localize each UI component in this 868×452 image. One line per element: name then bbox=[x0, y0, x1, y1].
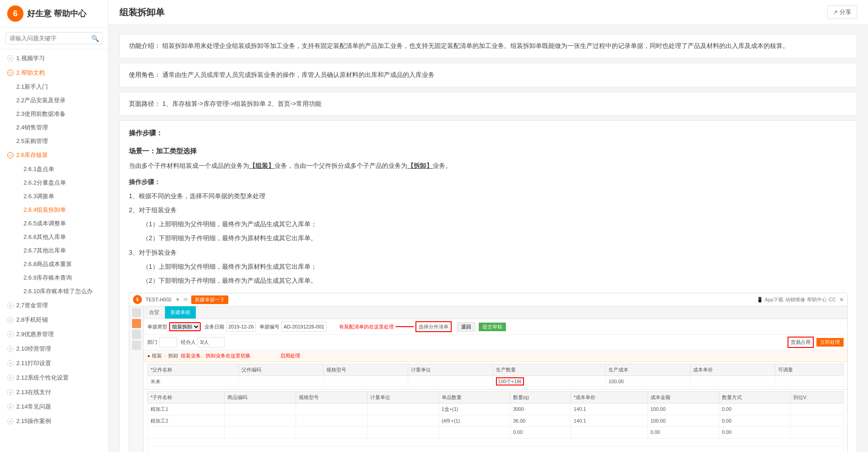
search-icon[interactable]: 🔍 bbox=[91, 35, 99, 42]
func-intro-label: 功能介绍： bbox=[129, 42, 160, 49]
sidebar-item-2[interactable]: − 2.帮助文档 bbox=[0, 66, 108, 80]
ss-close-icon[interactable]: ✕ bbox=[840, 295, 844, 304]
ss-col-b-spec: 规格型号 bbox=[296, 392, 367, 404]
sidebar-item-2-6-1[interactable]: 2.6.1盘点单 bbox=[0, 162, 108, 176]
logo-icon: 6 bbox=[7, 5, 24, 22]
sidebar-item-1-label: 1.视频学习 bbox=[16, 54, 45, 62]
path-text: 1、库存核算->库存管理->组装拆卸单 2、首页->常用功能 bbox=[162, 100, 321, 107]
ss-annotation1-area: 有装配清单的在这里处理 选择分件清单 bbox=[339, 321, 452, 333]
sidebar-item-2-3[interactable]: 2.3使用前数据准备 bbox=[0, 107, 108, 121]
ss-table-top-body: 米来 100个+1杯 100.00 bbox=[148, 376, 844, 387]
main-content: 组装拆卸单 ↗ 分享 功能介绍： 组装拆卸单用来处理企业组装或拆卸等加工业务，支… bbox=[108, 0, 868, 452]
ss-topbar: 6 TEST-H002 ▼ ⟳ 新建单据一下 📱 App下载 动销维修 帮助中心… bbox=[129, 293, 847, 306]
ss-col-unit-cost: 成本单价 bbox=[690, 364, 775, 376]
ss-cell-adj-qty bbox=[775, 376, 843, 387]
func-intro-block: 功能介绍： 组装拆卸单用来处理企业组装或拆卸等加工业务，支持有固定装配清单的产品… bbox=[119, 34, 857, 58]
ss-table-top: *父件名称 父件编码 规格型号 计量单位 生产数量 生产成本 成本单价 bbox=[147, 364, 844, 387]
step3: 3、对于拆装业务 bbox=[129, 247, 848, 258]
ss-sidebar bbox=[129, 306, 144, 452]
table-row: 米来 100个+1杯 100.00 bbox=[148, 376, 844, 387]
scene1-desc: 当由多个子件材料组装成一个成品的业务为【组装】业务，当由一个父件拆分成多个子产品… bbox=[129, 160, 848, 171]
sidebar-item-2-4[interactable]: 2.4销售管理 bbox=[0, 121, 108, 134]
sidebar-item-2-15[interactable]: + 2.15操作案例 bbox=[0, 414, 108, 428]
ss-arrow1 bbox=[396, 326, 414, 327]
fake-screenshot: 6 TEST-H002 ▼ ⟳ 新建单据一下 📱 App下载 动销维修 帮助中心… bbox=[129, 293, 847, 452]
ss-process-btn[interactable]: 立即处理 bbox=[816, 338, 844, 347]
step1: 1、根据不同的业务，选择不同单据的类型来处理 bbox=[129, 190, 848, 202]
ss-table-bottom: *子件名称 商品编码 规格型号 计量单位 单品数量 数量(q) *成本单价 bbox=[147, 391, 844, 452]
ss-annotation2-text: 组装业务、拆卸业务在这里切换 bbox=[181, 352, 250, 360]
sidebar-item-2-6-9[interactable]: 2.6.9库存账本查询 bbox=[0, 271, 108, 285]
sidebar-item-2-6-8[interactable]: 2.6.8商品成本重算 bbox=[0, 257, 108, 271]
sidebar-item-2-12[interactable]: + 2.12系统个性化设置 bbox=[0, 371, 108, 385]
sidebar-item-2-6-label: 2.6库存核算 bbox=[16, 151, 48, 159]
sidebar-item-2-5[interactable]: 2.5采购管理 bbox=[0, 134, 108, 148]
sidebar-item-2-7[interactable]: + 2.7资金管理 bbox=[0, 298, 108, 313]
ss-logo-icon: 6 bbox=[133, 295, 142, 304]
scene1-title: 场景一：加工类型选择 bbox=[129, 145, 848, 157]
ss-content-area: 自贸 新建单据 单据类型 组装拆卸 bbox=[129, 306, 847, 452]
ss-sidebar-icon-2 bbox=[132, 319, 141, 328]
ss-annotation3-text: 启用处理 bbox=[280, 352, 300, 360]
search-input[interactable] bbox=[5, 32, 103, 44]
minus-icon-2: − bbox=[7, 70, 14, 76]
sidebar-item-2-8[interactable]: + 2.8手机旺铺 bbox=[0, 313, 108, 327]
logo-area: 6 好生意 帮助中心 bbox=[0, 0, 108, 28]
ss-cc-label: CC bbox=[829, 295, 836, 304]
ss-tab-zizhi[interactable]: 自贸 bbox=[144, 306, 165, 319]
plus-icon-15: + bbox=[7, 418, 14, 424]
sidebar-item-2-14[interactable]: + 2.14常见问题 bbox=[0, 400, 108, 414]
ss-select-icon: ▼ bbox=[175, 295, 180, 304]
sidebar-item-2-9[interactable]: + 2.9优惠券管理 bbox=[0, 327, 108, 342]
ss-table-bottom-area: *子件名称 商品编码 规格型号 计量单位 单品数量 数量(q) *成本单价 bbox=[144, 390, 847, 452]
sidebar-item-2-1[interactable]: 2.1新手入门 bbox=[0, 80, 108, 94]
ss-cell-unit-cost bbox=[690, 376, 775, 387]
ss-num-field: 单据编号 AD-20191226-001 bbox=[259, 322, 326, 332]
ss-type-select[interactable]: 组装拆卸 bbox=[169, 322, 201, 331]
ss-sidebar-icon-3 bbox=[132, 330, 141, 339]
table-row bbox=[148, 446, 844, 452]
ss-table-top-area: *父件名称 父件编码 规格型号 计量单位 生产数量 生产成本 成本单价 bbox=[144, 362, 847, 390]
sidebar-item-2-6-6[interactable]: 2.6.6其他入库单 bbox=[0, 230, 108, 244]
ss-person-label: 经办人 bbox=[181, 338, 196, 347]
sidebar-item-2-10[interactable]: + 2.10经营管理 bbox=[0, 342, 108, 356]
sidebar-item-2-6-5[interactable]: 2.6.5成本调整单 bbox=[0, 217, 108, 230]
ss-num-value: AD-20191226-001 bbox=[281, 322, 326, 332]
ss-tab-new[interactable]: 新建单据 bbox=[165, 306, 196, 319]
ss-submit-btn[interactable]: 提交审核 bbox=[479, 323, 506, 331]
sidebar-item-2-6-10[interactable]: 2.6.10库存账本错了怎么办 bbox=[0, 285, 108, 298]
table-row bbox=[148, 438, 844, 446]
ops-steps-subtitle: 操作步骤： bbox=[129, 176, 848, 188]
ss-cell-unit bbox=[408, 376, 493, 387]
ss-col-unit: 计量单位 bbox=[408, 364, 493, 376]
logo-text: 好生意 帮助中心 bbox=[27, 8, 86, 19]
sidebar-item-2-6-7[interactable]: 2.6.7其他出库单 bbox=[0, 244, 108, 257]
ss-col-goods-code: 商品编码 bbox=[224, 392, 296, 404]
ss-gd-label: 货鼎占用 bbox=[788, 337, 814, 348]
sidebar-item-2-2[interactable]: 2.2产品安装及登录 bbox=[0, 94, 108, 107]
ss-sidebar-icon-1 bbox=[132, 308, 141, 317]
share-button[interactable]: ↗ 分享 bbox=[827, 5, 857, 19]
search-box: 🔍 bbox=[0, 28, 108, 49]
sidebar-item-2-13[interactable]: + 2.13在线支付 bbox=[0, 385, 108, 400]
ss-num-label: 单据编号 bbox=[259, 323, 279, 331]
sidebar-item-2-6-2[interactable]: 2.6.2分量盘点单 bbox=[0, 176, 108, 190]
table-row: 精加工1 1盒+(1) 3000 140.1 100.00 bbox=[148, 403, 844, 415]
ss-app-icon: 📱 bbox=[757, 295, 763, 304]
ss-type-radios: ● 组装 ○ 拆卸 bbox=[147, 352, 178, 360]
ss-col-arrive: 到位V bbox=[790, 392, 843, 404]
ss-cell-parent-code bbox=[239, 376, 323, 387]
sidebar-item-2-6-3[interactable]: 2.6.3调拨单 bbox=[0, 190, 108, 203]
ss-pjqd-btn[interactable]: 选择分件清单 bbox=[415, 321, 452, 333]
ss-dept-value bbox=[159, 337, 177, 347]
ss-col-qty-mode: 数量方式 bbox=[719, 392, 790, 404]
sidebar-item-2-6-4[interactable]: 2.6.4组装拆卸单 bbox=[0, 203, 108, 217]
ss-back-btn[interactable]: 退回 bbox=[457, 322, 475, 332]
sidebar-item-2-6[interactable]: − 2.6库存核算 bbox=[0, 148, 108, 162]
sidebar-item-2-11[interactable]: + 2.11打印设置 bbox=[0, 356, 108, 371]
step3-sub2: （2）下部明细为子件明细，最终作为产成品生成其它入库单。 bbox=[142, 275, 848, 286]
ss-annotation2-row: ● 组装 ○ 拆卸 组装业务、拆卸业务在这里切换 启用处理 bbox=[144, 350, 847, 362]
sidebar-item-1[interactable]: + 1.视频学习 bbox=[0, 51, 108, 66]
ss-new-order-btn[interactable]: 新建单据一下 bbox=[191, 295, 228, 304]
ss-col-b-unit-cost: *成本单价 bbox=[571, 392, 647, 404]
